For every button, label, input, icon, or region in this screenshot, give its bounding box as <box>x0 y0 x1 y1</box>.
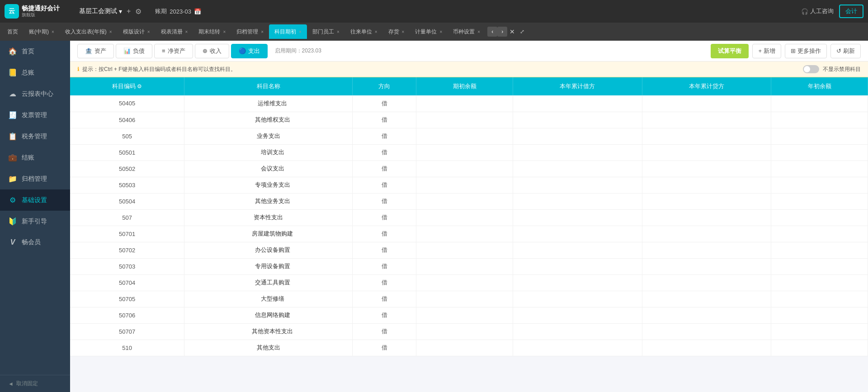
table-row[interactable]: 510其他支出借 <box>70 340 868 356</box>
cell-credit[interactable] <box>642 291 771 307</box>
table-row[interactable]: 50702办公设备购置借 <box>70 242 868 258</box>
cell-balance[interactable] <box>416 112 513 128</box>
table-row[interactable]: 50405运维维支出借 <box>70 95 868 112</box>
tab-next-btn[interactable]: › <box>497 27 507 37</box>
tab-close-units-measure[interactable]: × <box>439 29 442 34</box>
sub-tab-net-assets[interactable]: ≡ 净资产 <box>154 44 193 58</box>
table-row[interactable]: 50502会议支出借 <box>70 161 868 177</box>
cell-credit[interactable] <box>642 307 771 323</box>
table-row[interactable]: 50703专用设备购置借 <box>70 258 868 274</box>
account-button[interactable]: 会计 <box>839 5 863 18</box>
cell-debit[interactable] <box>513 95 642 112</box>
sidebar-item-settings[interactable]: ⚙ 基础设置 <box>0 189 70 211</box>
tab-close-archive[interactable]: × <box>261 29 264 34</box>
add-btn[interactable]: + + 新增 新增 <box>752 44 781 58</box>
cell-init[interactable] <box>771 258 868 274</box>
cell-debit[interactable] <box>513 258 642 274</box>
col-settings-icon[interactable]: ⚙ <box>137 83 142 90</box>
cell-debit[interactable] <box>513 209 642 226</box>
cell-init[interactable] <box>771 323 868 340</box>
cell-init[interactable] <box>771 274 868 291</box>
cell-credit[interactable] <box>642 112 771 128</box>
table-row[interactable]: 507资本性支出借 <box>70 209 868 226</box>
cell-credit[interactable] <box>642 161 771 177</box>
sidebar-item-vip[interactable]: V 畅会员 <box>0 232 70 253</box>
cell-debit[interactable] <box>513 161 642 177</box>
tab-inventory[interactable]: 存货 × <box>383 24 410 39</box>
table-row[interactable]: 505业务支出借 <box>70 128 868 144</box>
more-btn[interactable]: ⊞ 更多操作 <box>785 44 827 58</box>
tab-income-annual[interactable]: 收入支出表(年报) × <box>60 24 118 39</box>
cell-balance[interactable] <box>416 193 513 209</box>
sidebar-item-tax[interactable]: 📋 税务管理 <box>0 126 70 147</box>
cell-balance[interactable] <box>416 307 513 323</box>
cell-debit[interactable] <box>513 193 642 209</box>
cell-balance[interactable] <box>416 144 513 161</box>
cell-credit[interactable] <box>642 193 771 209</box>
tab-subject-initial[interactable]: 科目期初 × <box>269 24 307 39</box>
sidebar-item-guide[interactable]: 🔰 新手引导 <box>0 211 70 232</box>
cell-init[interactable] <box>771 128 868 144</box>
cell-credit[interactable] <box>642 144 771 161</box>
cell-credit[interactable] <box>642 177 771 193</box>
cell-init[interactable] <box>771 209 868 226</box>
sidebar-collapse-btn[interactable]: ◄ ◄取消固定 取消固定 <box>0 375 70 392</box>
cell-debit[interactable] <box>513 112 642 128</box>
sidebar-item-ledger[interactable]: 📒 总账 <box>0 62 70 83</box>
cell-balance[interactable] <box>416 258 513 274</box>
cell-credit[interactable] <box>642 226 771 242</box>
tab-close-income-annual[interactable]: × <box>109 29 112 34</box>
table-row[interactable]: 50406其他维权支出借 <box>70 112 868 128</box>
tab-archive[interactable]: 归档管理 × <box>231 24 269 39</box>
cell-credit[interactable] <box>642 274 771 291</box>
tab-template[interactable]: 模版设计 × <box>118 24 156 39</box>
ai-consult-btn[interactable]: 🎧 人工咨询 <box>801 7 834 15</box>
tab-prev-btn[interactable]: ‹ <box>487 27 497 37</box>
cell-credit[interactable] <box>642 340 771 356</box>
tab-close-units[interactable]: × <box>375 29 377 34</box>
cell-balance[interactable] <box>416 226 513 242</box>
tab-close-all-btn[interactable]: ✕ <box>507 27 517 37</box>
table-row[interactable]: 50707其他资本性支出借 <box>70 323 868 340</box>
cell-debit[interactable] <box>513 177 642 193</box>
tab-home[interactable]: 首页 <box>2 24 24 39</box>
cell-debit[interactable] <box>513 323 642 340</box>
tab-tax[interactable]: 税表清册 × <box>156 24 193 39</box>
cell-balance[interactable] <box>416 291 513 307</box>
cell-debit[interactable] <box>513 242 642 258</box>
sidebar-item-close[interactable]: 💼 结账 <box>0 147 70 168</box>
cell-debit[interactable] <box>513 274 642 291</box>
cell-debit[interactable] <box>513 144 642 161</box>
cell-balance[interactable] <box>416 340 513 356</box>
add-company-btn[interactable]: + <box>127 7 131 15</box>
cell-debit[interactable] <box>513 340 642 356</box>
tab-ledger[interactable]: 账(中期) × <box>24 24 60 39</box>
table-row[interactable]: 50501培训支出借 <box>70 144 868 161</box>
cell-init[interactable] <box>771 161 868 177</box>
sub-tab-income[interactable]: ⊕ 收入 <box>195 44 229 58</box>
cell-init[interactable] <box>771 340 868 356</box>
cell-balance[interactable] <box>416 242 513 258</box>
cell-init[interactable] <box>771 291 868 307</box>
sidebar-item-invoice[interactable]: 🧾 发票管理 <box>0 104 70 126</box>
cell-credit[interactable] <box>642 258 771 274</box>
cell-debit[interactable] <box>513 128 642 144</box>
cell-init[interactable] <box>771 307 868 323</box>
cell-init[interactable] <box>771 177 868 193</box>
sub-tab-liability[interactable]: 📊 负债 <box>116 44 152 58</box>
tab-close-period-close[interactable]: × <box>223 29 226 34</box>
cell-init[interactable] <box>771 112 868 128</box>
tab-close-template[interactable]: × <box>147 29 150 34</box>
toggle-disabled-subjects[interactable] <box>803 65 819 73</box>
cell-balance[interactable] <box>416 128 513 144</box>
cell-balance[interactable] <box>416 161 513 177</box>
tab-close-tax[interactable]: × <box>185 29 188 34</box>
settings-icon[interactable]: ⚙ <box>135 7 142 16</box>
refresh-btn[interactable]: ↺ 刷新 <box>830 44 861 58</box>
cell-credit[interactable] <box>642 242 771 258</box>
table-row[interactable]: 50704交通工具购置借 <box>70 274 868 291</box>
sub-tab-assets[interactable]: 🏦 资产 <box>77 44 114 58</box>
cell-init[interactable] <box>771 226 868 242</box>
cell-init[interactable] <box>771 95 868 112</box>
table-row[interactable]: 50705大型修缮借 <box>70 291 868 307</box>
